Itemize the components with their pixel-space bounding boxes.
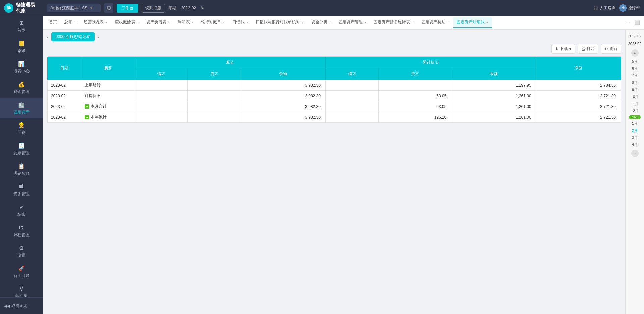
sidebar-label-8: 税务管理 xyxy=(13,191,30,197)
rp-month-6月[interactable]: 6月 xyxy=(631,65,639,72)
sidebar-label-2: 报表中心 xyxy=(13,68,30,74)
cell-acc-debit-2 xyxy=(325,101,378,112)
tab-close-11[interactable]: × xyxy=(412,20,414,24)
tab-label-8: 日记账与银行对账单核对 xyxy=(256,19,300,25)
user-name: 徐泽华 xyxy=(628,5,640,11)
sidebar-icon-12: 🚀 xyxy=(18,265,25,272)
copy-icon[interactable] xyxy=(104,3,113,13)
edit-period-icon[interactable]: ✎ xyxy=(201,6,204,10)
cell-date-0: 2023-02 xyxy=(48,80,81,91)
cell-net-value-2: 2,721.30 xyxy=(536,101,621,112)
sidebar-item-总账[interactable]: 📒 总账 xyxy=(0,37,43,57)
sidebar-item-固定资产[interactable]: 🏢 固定资产 xyxy=(0,98,43,118)
rp-scroll-down[interactable]: ○ xyxy=(631,150,639,157)
rp-month-7月[interactable]: 7月 xyxy=(631,72,639,79)
switch-old-button[interactable]: 切到旧版 xyxy=(142,4,165,13)
tab-银行对账单[interactable]: 银行对账单× xyxy=(198,17,228,28)
print-button[interactable]: 🖨 打印 xyxy=(578,44,598,54)
rp-period-1[interactable]: 2023.02 xyxy=(628,40,642,48)
forward-arrow[interactable]: › xyxy=(97,34,99,40)
cell-acc-balance-1: 1,261.00 xyxy=(451,91,536,101)
tab-应收账龄表[interactable]: 应收账龄表× xyxy=(112,17,142,28)
rp-year-month-4月[interactable]: 4月 xyxy=(631,141,639,148)
sidebar-item-进销台账[interactable]: 📋 进销台账 xyxy=(0,159,43,180)
rp-year-month-3月[interactable]: 3月 xyxy=(631,134,639,141)
sidebar-item-结账[interactable]: ✔ 结账 xyxy=(0,200,43,221)
tab-close-2[interactable]: × xyxy=(105,20,107,24)
tab-日记账[interactable]: 日记账× xyxy=(229,17,252,28)
sidebar-item-首页[interactable]: ⊞ 首页 xyxy=(0,16,43,37)
tab-资产负债表[interactable]: 资产负债表× xyxy=(143,17,173,28)
tab-label-4: 资产负债表 xyxy=(146,19,166,25)
cell-orig-debit-0 xyxy=(135,80,188,91)
sidebar-item-新手引导[interactable]: 🚀 新手引导 xyxy=(0,262,43,282)
tabbar-maximize[interactable]: ⬜ xyxy=(633,19,641,27)
rp-year-month-2月[interactable]: 2月 xyxy=(631,127,639,134)
tab-资金分析[interactable]: 资金分析× xyxy=(308,17,334,28)
tab-固定资产折旧统计表[interactable]: 固定资产折旧统计表× xyxy=(370,17,417,28)
print-icon: 🖨 xyxy=(581,47,585,51)
rp-month-10月[interactable]: 10月 xyxy=(630,93,640,100)
fixed-asset-detail-table: 日期 摘要 原值 累计折旧 净值 借方 贷方 余额 借方 贷方 余额 xyxy=(47,56,621,123)
tab-总账[interactable]: 总账× xyxy=(61,17,79,28)
tab-close-4[interactable]: × xyxy=(168,20,170,24)
refresh-button[interactable]: ↻ 刷新 xyxy=(601,44,621,54)
tab-日记账与银行对账单核对[interactable]: 日记账与银行对账单核对× xyxy=(252,17,307,28)
tab-close-10[interactable]: × xyxy=(364,20,366,24)
page-content: ‹ 000001 联想笔记本 › ⬇ 下载 ▾ 🖨 打印 ↻ 刷新 xyxy=(43,30,625,314)
cell-orig-credit-0 xyxy=(188,80,241,91)
topbar: (勾稽) 江西服丰-LSS ▼ 工作台 切到旧版 账期 2023-02 ✎ 🎧 … xyxy=(43,0,644,16)
sidebar-item-归档管理[interactable]: 🗂 归档管理 xyxy=(0,221,43,241)
tab-close-7[interactable]: × xyxy=(246,20,248,24)
rp-month-9月[interactable]: 9月 xyxy=(631,86,639,93)
ai-button[interactable]: 🎧 人工客询 xyxy=(593,5,616,11)
cell-orig-balance-3: 3,982.30 xyxy=(241,112,325,123)
back-arrow[interactable]: ‹ xyxy=(47,34,49,40)
tabbar: 首页总账×经营状况表×应收账龄表×资产负债表×利润表×银行对账单×日记账×日记账… xyxy=(43,16,644,30)
download-button[interactable]: ⬇ 下载 ▾ xyxy=(551,44,575,54)
user-info[interactable]: 徐 徐泽华 xyxy=(619,4,640,12)
tab-close-12[interactable]: × xyxy=(447,20,449,24)
tab-首页[interactable]: 首页 xyxy=(46,17,60,28)
sidebar-label-9: 结账 xyxy=(17,212,25,217)
sidebar-item-报表中心[interactable]: 📊 报表中心 xyxy=(0,57,43,77)
tab-close-8[interactable]: × xyxy=(302,20,304,24)
cell-orig-balance-1: 3,982.30 xyxy=(241,91,325,101)
rp-month-8月[interactable]: 8月 xyxy=(631,79,639,86)
tab-经营状况表[interactable]: 经营状况表× xyxy=(80,17,111,28)
tab-label-3: 应收账龄表 xyxy=(115,19,135,25)
tab-close-5[interactable]: × xyxy=(192,20,194,24)
workbench-button[interactable]: 工作台 xyxy=(117,4,138,13)
sidebar-item-发票管理[interactable]: 🧾 发票管理 xyxy=(0,139,43,159)
pin-toggle[interactable]: ◀◀ 取消固定 xyxy=(0,300,43,311)
subnav-tab-active[interactable]: 000001 联想笔记本 xyxy=(51,32,95,41)
tab-固定资产类别[interactable]: 固定资产类别× xyxy=(418,17,452,28)
tabbar-close-all[interactable]: ✕ xyxy=(624,19,632,27)
tab-close-9[interactable]: × xyxy=(329,20,331,24)
tab-利润表[interactable]: 利润表× xyxy=(174,17,197,28)
sidebar-item-畅会员[interactable]: V 畅会员 xyxy=(0,282,43,297)
tab-close-3[interactable]: × xyxy=(137,20,139,24)
rp-scroll-up[interactable]: ▲ xyxy=(631,49,639,57)
sidebar-item-工资[interactable]: 👷 工资 xyxy=(0,118,43,139)
tab-close-6[interactable]: × xyxy=(223,20,225,24)
sidebar: 畅 畅捷通易代账 ⊞ 首页 📒 总账 📊 报表中心 💰 资金管理 🏢 固定资产 … xyxy=(0,0,43,314)
rp-year-month-1月[interactable]: 1月 xyxy=(631,120,639,127)
tab-固定资产管理[interactable]: 固定资产管理× xyxy=(335,17,370,28)
rp-month-11月[interactable]: 11月 xyxy=(630,100,640,107)
col-date: 日期 xyxy=(48,57,81,80)
tab-close-1[interactable]: × xyxy=(74,20,76,24)
rp-month-12月[interactable]: 12月 xyxy=(630,107,640,114)
avatar: 徐 xyxy=(619,4,627,12)
rp-period-0[interactable]: 2023.02 xyxy=(628,32,642,40)
company-selector[interactable]: (勾稽) 江西服丰-LSS ▼ xyxy=(47,4,101,12)
rp-month-5月[interactable]: 5月 xyxy=(631,58,639,65)
tab-close-13[interactable]: × xyxy=(486,20,488,24)
tab-固定资产明细账[interactable]: 固定资产明细账× xyxy=(453,17,492,28)
sidebar-item-税务管理[interactable]: 🏛 税务管理 xyxy=(0,180,43,200)
sidebar-item-设置[interactable]: ⚙ 设置 xyxy=(0,241,43,262)
cell-acc-debit-3 xyxy=(325,112,378,123)
print-label: 打印 xyxy=(587,46,595,52)
sidebar-item-资金管理[interactable]: 💰 资金管理 xyxy=(0,77,43,98)
sidebar-icon-13: V xyxy=(18,285,25,292)
